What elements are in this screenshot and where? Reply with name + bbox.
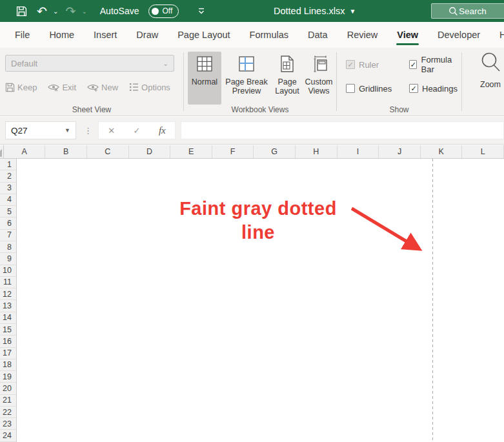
row-header[interactable]: 21: [0, 395, 16, 407]
row-header[interactable]: 1: [0, 159, 16, 170]
page-layout-icon: [277, 54, 297, 74]
row-header[interactable]: 7: [0, 230, 16, 241]
group-zoom: Zoom: [462, 48, 504, 116]
options-button: Options: [129, 83, 170, 92]
name-box-dropdown-icon[interactable]: ▼: [65, 127, 70, 134]
column-header[interactable]: D: [129, 145, 171, 158]
checkbox-icon[interactable]: [346, 60, 355, 69]
row-header[interactable]: 6: [0, 217, 16, 229]
row-header[interactable]: 18: [0, 359, 16, 371]
row-header[interactable]: 5: [0, 206, 16, 217]
ribbon-tab[interactable]: Draw: [126, 22, 168, 48]
row-header[interactable]: 17: [0, 348, 16, 359]
group-sheet-view: Default ⌄ Keep Exit New Options: [0, 48, 183, 116]
row-header[interactable]: 8: [0, 241, 16, 253]
chevron-down-icon: ⌄: [163, 60, 168, 67]
column-header[interactable]: A: [4, 145, 46, 158]
insert-function-button[interactable]: fx: [159, 125, 166, 136]
redo-dropdown-icon: ⌄: [81, 8, 86, 15]
column-headers: A B C D E F G H I J K L: [0, 145, 504, 159]
formula-bar-drag-handle[interactable]: ⋮: [84, 121, 92, 139]
ribbon-tab-bar: File Home Insert Draw Page Layout Formul…: [0, 22, 504, 48]
cancel-button: ✕: [108, 126, 115, 136]
column-header[interactable]: B: [45, 145, 87, 158]
formula-input[interactable]: [181, 121, 504, 139]
custom-views-button[interactable]: Custom Views: [303, 52, 335, 105]
autosave-label: AutoSave: [100, 6, 139, 16]
sheet-view-combo: Default ⌄: [5, 55, 174, 72]
row-header[interactable]: 22: [0, 407, 16, 418]
page-break-preview-button[interactable]: Page Break Preview: [222, 52, 271, 105]
undo-button[interactable]: ↶: [34, 3, 50, 19]
row-header[interactable]: 12: [0, 288, 16, 300]
column-header[interactable]: I: [338, 145, 379, 158]
search-icon: [449, 6, 458, 16]
checkbox-icon[interactable]: [409, 60, 417, 69]
row-header[interactable]: 15: [0, 324, 16, 336]
annotation-text: Faint gray dotted line: [142, 197, 374, 245]
column-header[interactable]: K: [421, 145, 463, 158]
undo-dropdown-icon[interactable]: ⌄: [53, 8, 58, 15]
row-header[interactable]: 11: [0, 277, 16, 288]
select-all-button[interactable]: [0, 145, 4, 158]
row-headers: 1 2 3 4 5 6 7 8 9 10 11 12 13 14 15: [0, 159, 17, 442]
ribbon-tab[interactable]: Page Layout: [168, 22, 239, 48]
show-checkbox[interactable]: Ruler: [346, 60, 405, 70]
row-header[interactable]: 2: [0, 170, 16, 182]
show-checkbox[interactable]: Formula Bar: [409, 55, 461, 74]
group-label-sheet-view: Sheet View: [0, 105, 183, 114]
ribbon-tab[interactable]: Home: [39, 22, 84, 48]
column-header[interactable]: F: [212, 145, 254, 158]
row-header[interactable]: 13: [0, 300, 16, 312]
excel-window: ↶ ⌄ ↷ ⌄ AutoSave Off Dotted Lines.xlsx ▼…: [0, 0, 504, 442]
checkbox-icon[interactable]: [346, 84, 355, 93]
eye-exit-icon: [48, 83, 59, 92]
zoom-button[interactable]: Zoom: [471, 52, 504, 89]
column-header[interactable]: E: [170, 145, 212, 158]
ribbon-tab[interactable]: Review: [338, 22, 388, 48]
row-header[interactable]: 20: [0, 383, 16, 394]
checkbox-icon[interactable]: [409, 84, 418, 93]
quick-access-toolbar-dropdown-icon[interactable]: [193, 3, 210, 19]
autosave-toggle[interactable]: Off: [148, 5, 179, 18]
custom-views-icon: [309, 54, 328, 74]
row-header[interactable]: 19: [0, 371, 16, 383]
normal-view-button[interactable]: Normal: [188, 52, 221, 105]
row-header[interactable]: 24: [0, 430, 16, 441]
column-header[interactable]: J: [379, 145, 421, 158]
row-header[interactable]: 14: [0, 312, 16, 324]
show-checkbox[interactable]: Headings: [409, 84, 461, 94]
save-icon[interactable]: [13, 3, 30, 19]
redo-button: ↷: [62, 3, 79, 19]
name-box[interactable]: Q27 ▼: [5, 121, 76, 139]
ribbon-tab[interactable]: View: [387, 22, 428, 48]
search-label: Search: [459, 6, 487, 16]
show-checkbox[interactable]: Gridlines: [346, 84, 405, 94]
autosave-state: Off: [163, 6, 173, 15]
ribbon-tab[interactable]: Data: [298, 22, 338, 48]
ribbon-tab[interactable]: File: [5, 22, 39, 48]
keep-save-icon: [5, 83, 15, 92]
column-header[interactable]: L: [462, 145, 504, 158]
enter-button: ✓: [134, 126, 141, 136]
page-layout-button[interactable]: Page Layout: [272, 52, 303, 105]
row-header[interactable]: 23: [0, 418, 16, 430]
zoom-magnifier-icon: [479, 52, 501, 75]
ribbon-tab[interactable]: Insert: [84, 22, 126, 48]
document-title[interactable]: Dotted Lines.xlsx ▼: [274, 0, 356, 22]
ribbon: Default ⌄ Keep Exit New Options: [0, 48, 504, 116]
group-workbook-views: Normal Page Break Preview Page Layout Cu…: [184, 48, 336, 116]
row-header[interactable]: 3: [0, 183, 16, 194]
row-header[interactable]: 4: [0, 194, 16, 206]
ribbon-tab[interactable]: Help: [490, 22, 504, 48]
toggle-knob-icon: [152, 8, 159, 15]
row-header[interactable]: 16: [0, 336, 16, 347]
row-header[interactable]: 10: [0, 265, 16, 277]
column-header[interactable]: H: [296, 145, 338, 158]
column-header[interactable]: G: [254, 145, 296, 158]
search-box[interactable]: Search: [431, 3, 504, 19]
ribbon-tab[interactable]: Formulas: [240, 22, 298, 48]
ribbon-tab[interactable]: Developer: [428, 22, 490, 48]
column-header[interactable]: C: [87, 145, 129, 158]
row-header[interactable]: 9: [0, 253, 16, 265]
